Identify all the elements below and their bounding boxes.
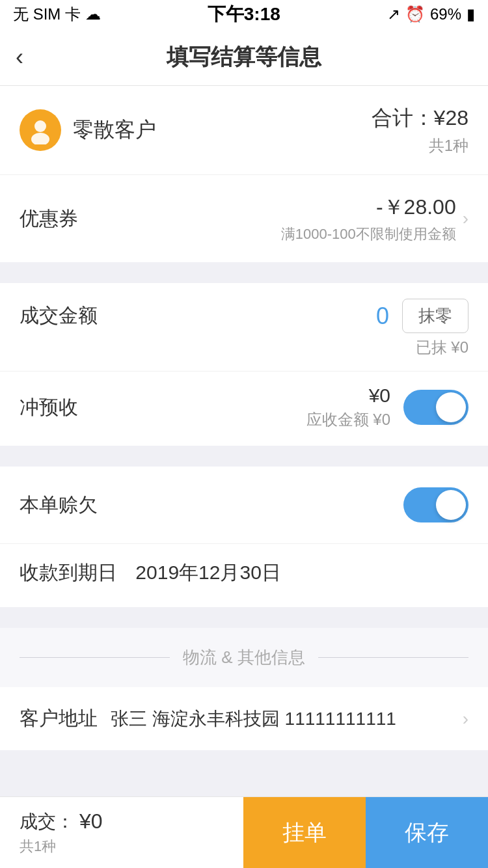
deal-label: 成交： bbox=[20, 809, 74, 834]
address-section: 客户地址 张三 海淀永丰科技园 11111111111 › bbox=[0, 687, 488, 750]
credit-toggle[interactable] bbox=[403, 487, 468, 522]
chevron-right-icon: › bbox=[463, 208, 468, 229]
status-bar: 无 SIM 卡 ☁ 下午3:18 ↗ ⏰ 69% ▮ bbox=[0, 0, 488, 29]
prepay-label: 冲预收 bbox=[20, 394, 78, 421]
page-title: 填写结算等信息 bbox=[167, 42, 321, 72]
prepay-toggle[interactable] bbox=[403, 390, 468, 425]
direction-icon: ↗ bbox=[387, 5, 400, 23]
logistics-label: 物流 & 其他信息 bbox=[183, 646, 305, 669]
status-time: 下午3:18 bbox=[208, 2, 280, 27]
divider-2 bbox=[0, 456, 488, 467]
credit-section: 本单赊欠 收款到期日 2019年12月30日 bbox=[0, 467, 488, 607]
divider-1 bbox=[0, 273, 488, 283]
avatar bbox=[20, 109, 61, 151]
customer-left: 零散客户 bbox=[20, 109, 156, 151]
prepay-info: ¥0 应收金额 ¥0 bbox=[306, 385, 390, 430]
credit-label: 本单赊欠 bbox=[20, 492, 98, 519]
battery-level: 69% bbox=[430, 5, 461, 23]
bottom-summary: 成交： ¥0 共1种 bbox=[0, 809, 243, 856]
divider-3 bbox=[0, 617, 488, 628]
battery-icon: ▮ bbox=[467, 5, 475, 23]
amount-right: 0 抹零 bbox=[376, 299, 468, 333]
address-value: 张三 海淀永丰科技园 11111111111 bbox=[111, 707, 463, 731]
amount-value[interactable]: 0 bbox=[376, 303, 389, 330]
svg-point-0 bbox=[34, 120, 46, 132]
customer-section: 零散客户 合计：¥28 共1种 优惠券 -￥28.00 满1000-100不限制… bbox=[0, 86, 488, 262]
transaction-section: 成交金额 0 抹零 已抹 ¥0 冲预收 ¥0 应收金额 ¥0 bbox=[0, 283, 488, 446]
coupon-discount: -￥28.00 bbox=[281, 193, 456, 222]
coupon-info: -￥28.00 满1000-100不限制使用金额 bbox=[281, 193, 456, 244]
sim-status: 无 SIM 卡 ☁ bbox=[13, 4, 101, 25]
back-button[interactable]: ‹ bbox=[16, 44, 23, 71]
amount-label: 成交金额 bbox=[20, 303, 98, 329]
address-chevron-icon: › bbox=[463, 709, 468, 729]
prepay-right: ¥0 应收金额 ¥0 bbox=[306, 385, 468, 430]
toggle-knob bbox=[436, 392, 466, 422]
prepay-row: 冲预收 ¥0 应收金额 ¥0 bbox=[0, 371, 488, 446]
due-date-row: 收款到期日 2019年12月30日 bbox=[0, 543, 488, 607]
status-right: ↗ ⏰ 69% ▮ bbox=[387, 5, 475, 23]
coupon-right: -￥28.00 满1000-100不限制使用金额 › bbox=[281, 193, 468, 244]
due-date-label: 收款到期日 bbox=[20, 562, 117, 583]
address-label: 客户地址 bbox=[20, 705, 98, 732]
customer-name: 零散客户 bbox=[73, 116, 156, 144]
total-count: 共1种 bbox=[372, 135, 468, 156]
svg-point-1 bbox=[31, 133, 49, 144]
bottom-bar: 成交： ¥0 共1种 挂单 保存 bbox=[0, 796, 488, 868]
prepay-receivable: 应收金额 ¥0 bbox=[306, 409, 390, 430]
line-left bbox=[20, 657, 170, 658]
logistics-header: 物流 & 其他信息 bbox=[0, 628, 488, 687]
coupon-desc: 满1000-100不限制使用金额 bbox=[281, 224, 456, 244]
hold-button[interactable]: 挂单 bbox=[243, 797, 366, 869]
total-amount: 合计：¥28 bbox=[372, 104, 468, 133]
address-row[interactable]: 客户地址 张三 海淀永丰科技园 11111111111 › bbox=[0, 687, 488, 750]
customer-row: 零散客户 合计：¥28 共1种 bbox=[0, 86, 488, 174]
credit-row: 本单赊欠 bbox=[0, 467, 488, 543]
deal-count: 共1种 bbox=[20, 837, 224, 856]
nav-bar: ‹ 填写结算等信息 bbox=[0, 29, 488, 86]
deal-row: 成交： ¥0 bbox=[20, 809, 224, 834]
line-right bbox=[318, 657, 468, 658]
coupon-label: 优惠券 bbox=[20, 206, 78, 232]
coupon-row[interactable]: 优惠券 -￥28.00 满1000-100不限制使用金额 › bbox=[0, 174, 488, 262]
deal-amount: ¥0 bbox=[79, 809, 103, 834]
already-rounded: 已抹 ¥0 bbox=[0, 333, 488, 371]
due-date-value: 2019年12月30日 bbox=[135, 562, 280, 583]
round-button[interactable]: 抹零 bbox=[402, 299, 468, 333]
status-left: 无 SIM 卡 ☁ bbox=[13, 4, 101, 25]
customer-summary: 合计：¥28 共1种 bbox=[372, 104, 468, 156]
amount-row: 成交金额 0 抹零 bbox=[0, 283, 488, 333]
alarm-icon: ⏰ bbox=[405, 5, 425, 23]
credit-toggle-knob bbox=[436, 490, 466, 520]
prepay-amount: ¥0 bbox=[306, 385, 390, 407]
save-button[interactable]: 保存 bbox=[366, 797, 488, 869]
